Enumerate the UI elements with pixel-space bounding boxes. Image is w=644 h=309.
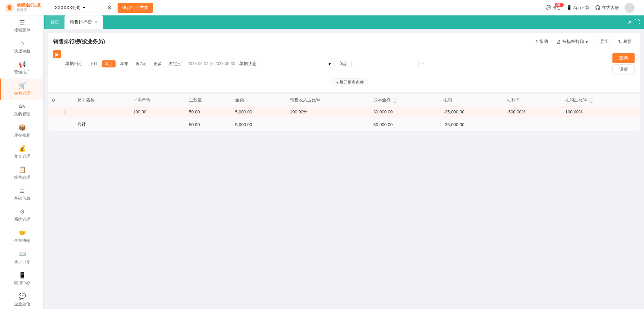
date-tab-7days[interactable]: 近7天 xyxy=(133,60,149,67)
tab-bar-maximize-icon[interactable]: ⛶ xyxy=(635,19,640,25)
guide-icon: 📖 xyxy=(18,250,26,258)
date-tab-more[interactable]: 更多 xyxy=(151,60,164,67)
footer-label: 合计 xyxy=(73,118,129,131)
cell-cost: 30,000.00 xyxy=(369,106,439,118)
app-logo-text: 畅康通好生意 xyxy=(17,3,41,7)
settings-icon[interactable]: ⚙ xyxy=(105,3,114,12)
col-name: 员工名称 xyxy=(73,94,129,106)
svg-point-1 xyxy=(7,5,11,9)
footer-settings xyxy=(48,118,60,131)
sidebar-item-label: 新手引导 xyxy=(14,259,30,265)
sidebar-item-label: 采购管理 xyxy=(14,111,30,117)
sidebar-item-sales[interactable]: 🛒 销售管理 xyxy=(0,79,43,100)
date-tab-thismonth[interactable]: 本月 xyxy=(102,60,116,67)
sidebar-item-basics[interactable]: 🗂 基础信息 xyxy=(0,184,43,205)
sidebar-item-label: 销售管理 xyxy=(14,91,30,96)
filter-expand-arrow[interactable]: ▶ xyxy=(53,50,61,58)
logo-icon xyxy=(4,2,15,13)
sidebar-item-label: 基础信息 xyxy=(14,196,30,201)
print-button[interactable]: 🖨 按模板打印 ▾ xyxy=(554,37,591,46)
col-profit-rate: 毛利率 xyxy=(503,94,561,106)
expand-more-btn[interactable]: ▾ 展开更多条件 xyxy=(332,79,368,86)
online-service-button[interactable]: 🎧 在线客服 xyxy=(595,5,619,11)
sidebar-item-wechat[interactable]: 💬 企业微信 xyxy=(0,289,43,309)
table-header-row: ⚙ 员工名称 平均单价 主数量 全额 销售收入占比% 成本全额 i 毛利 毛 xyxy=(48,94,640,106)
date-tab-lastmonth[interactable]: 上月 xyxy=(87,60,100,67)
sidebar-item-label: 库存核算 xyxy=(14,133,30,138)
sidebar-item-finance[interactable]: 💰 资金管理 xyxy=(0,142,43,163)
tab-bar-close-icon[interactable]: ✕ xyxy=(628,19,632,25)
goods-filter-input[interactable] xyxy=(351,60,419,68)
sidebar-item-label: 应用中心 xyxy=(14,280,30,286)
trial-button[interactable]: 体验行业方案 xyxy=(118,3,153,13)
query-button[interactable]: 查询 xyxy=(612,53,635,63)
sidebar-item-quicknav[interactable]: ⌂ 快捷导航 xyxy=(0,37,43,57)
avatar[interactable] xyxy=(625,3,635,13)
table-card: ⚙ 员工名称 平均单价 主数量 全额 销售收入占比% 成本全额 i 毛利 毛 xyxy=(48,94,640,131)
sidebar-item-label: 资金管理 xyxy=(14,154,30,159)
tab-active-label: 销售排行榜 xyxy=(70,19,92,25)
search-icon: ☰ xyxy=(19,19,25,26)
logo-area: 畅康通好生意 标准版 xyxy=(4,2,48,13)
company-name: XXXXXX公司 xyxy=(55,5,81,11)
sidebar-item-marketing[interactable]: 📢 营销推广 xyxy=(0,57,43,79)
status-filter-select[interactable]: ▾ xyxy=(261,60,335,68)
sidebar-item-search[interactable]: ☰ 搜索菜单 xyxy=(0,15,43,37)
footer-profit-ratio xyxy=(561,118,640,131)
goods-filter-more-icon[interactable]: ··· xyxy=(420,61,424,67)
sidebar-item-operations[interactable]: 📋 经营管理 xyxy=(0,163,43,184)
cell-avg-price: 100.00 xyxy=(129,106,185,118)
cell-amount: 5,000.00 xyxy=(231,106,286,118)
cell-sales-ratio: 100.00% xyxy=(286,106,369,118)
home-icon: ⌂ xyxy=(20,40,24,47)
tab-close-icon[interactable]: × xyxy=(95,20,97,24)
tab-bar: 首页 销售排行榜 × ✕ ⛶ xyxy=(44,15,644,29)
message-badge: 99+ xyxy=(555,3,564,7)
sidebar-item-collab[interactable]: 🤝 企业协同 xyxy=(0,226,43,247)
export-icon: ↓ xyxy=(597,39,599,44)
cell-profit: -25,000.00 xyxy=(439,106,503,118)
footer-avg-price xyxy=(129,118,185,131)
column-settings-icon[interactable]: ⚙ xyxy=(52,98,56,103)
sidebar-item-apps[interactable]: 📱 应用中心 xyxy=(0,268,43,289)
help-button[interactable]: ? 帮助 xyxy=(532,37,550,46)
message-button[interactable]: 💬 消息 99+ xyxy=(546,5,561,11)
sidebar-item-label: 企业微信 xyxy=(14,301,30,307)
sidebar-item-inventory[interactable]: 📦 库存核算 xyxy=(0,120,43,142)
sidebar-item-purchase[interactable]: 🛍 采购管理 xyxy=(0,100,43,120)
page-title: 销售排行榜(按业务员) xyxy=(53,38,105,45)
table-footer-row: 合计 50.00 5,000.00 30,000.00 -25,000.00 xyxy=(48,118,640,131)
wechat-icon: 💬 xyxy=(18,293,26,300)
date-range-display: 2023-06-01 至 2023-06-30 xyxy=(188,61,235,67)
goods-filter-label: 商品 xyxy=(339,61,347,67)
sidebar-item-guide[interactable]: 📖 新手引导 xyxy=(0,247,43,268)
print-icon: 🖨 xyxy=(557,39,561,44)
status-chevron-icon: ▾ xyxy=(329,61,331,66)
footer-profit-rate xyxy=(503,118,561,131)
help-icon: ? xyxy=(535,39,538,44)
marketing-icon: 📢 xyxy=(18,61,26,68)
col-amount: 全额 xyxy=(231,94,286,106)
date-tab-thisyear[interactable]: 本年 xyxy=(118,60,131,67)
footer-qty: 50.00 xyxy=(185,118,231,131)
col-settings[interactable]: ⚙ xyxy=(48,94,60,106)
export-button[interactable]: ↓ 导出 xyxy=(594,37,612,46)
apps-icon: 📱 xyxy=(18,271,26,279)
sidebar-item-label: 经营管理 xyxy=(14,175,30,181)
cell-qty: 50.00 xyxy=(185,106,231,118)
sidebar-item-system[interactable]: ⚙ 系统管理 xyxy=(0,205,43,226)
operations-icon: 📋 xyxy=(18,166,26,173)
message-icon: 💬 xyxy=(546,5,551,10)
cost-info-icon[interactable]: i xyxy=(393,98,397,103)
settings-button[interactable]: 设置 xyxy=(612,64,635,74)
tab-sales-ranking[interactable]: 销售排行榜 × xyxy=(65,15,103,29)
date-tab-custom[interactable]: 自定义 xyxy=(166,60,184,67)
profit-ratio-info-icon[interactable]: i xyxy=(589,98,593,103)
company-selector[interactable]: XXXXXX公司 ▾ xyxy=(51,3,101,12)
sidebar-item-label: 营销推广 xyxy=(14,69,30,75)
app-download-button[interactable]: 📱 App下载 xyxy=(566,5,590,11)
cell-rank: 1 xyxy=(60,106,73,118)
refresh-button[interactable]: ↻ 刷新 xyxy=(615,37,635,46)
tab-home[interactable]: 首页 xyxy=(45,15,65,29)
col-cost: 成本全额 i xyxy=(369,94,439,106)
